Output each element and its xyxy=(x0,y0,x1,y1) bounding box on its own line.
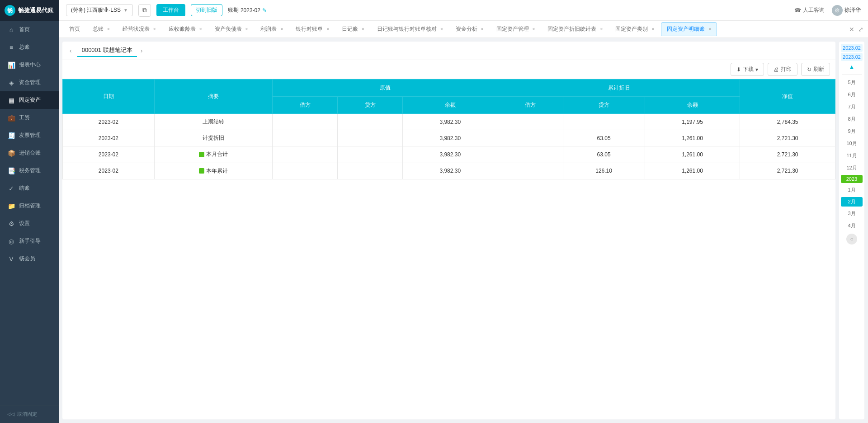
rp-month-12[interactable]: 12月 xyxy=(839,162,864,174)
tab-business-status[interactable]: 经营状况表 × xyxy=(117,22,162,36)
copy-icon: ⧉ xyxy=(142,6,147,14)
tab-fund-analysis[interactable]: 资金分析 × xyxy=(450,22,490,36)
sidebar-item-settlement[interactable]: ✓ 结账 xyxy=(0,179,59,197)
user-menu[interactable]: 徐 徐泽华 xyxy=(832,5,861,16)
cell-summary: 上期结转 xyxy=(154,114,272,130)
tab-balance-sheet[interactable]: 资产负债表 × xyxy=(209,22,254,36)
tab-close-icon[interactable]: × xyxy=(708,27,711,32)
period-edit-icon[interactable]: ✎ xyxy=(262,7,267,14)
cell-accum-debit xyxy=(498,146,563,163)
settings-icon: ⚙ xyxy=(7,220,15,227)
cell-accum-balance: 1,197.95 xyxy=(645,114,740,130)
subtab-prev-btn[interactable]: ‹ xyxy=(68,46,74,55)
tab-close-icon[interactable]: × xyxy=(651,27,654,32)
rp-month-8[interactable]: 8月 xyxy=(839,113,864,125)
tab-close-icon[interactable]: × xyxy=(362,27,364,32)
tab-ar-aging[interactable]: 应收账龄表 × xyxy=(163,22,208,36)
rp-date-top-1[interactable]: 2023.02 xyxy=(841,44,863,52)
tab-journal-bank-reconcile[interactable]: 日记账与银行对账单核对 × xyxy=(371,22,449,36)
sidebar-item-archive[interactable]: 📁 归档管理 xyxy=(0,197,59,215)
tab-profit[interactable]: 利润表 × xyxy=(255,22,289,36)
subtab-item-asset[interactable]: 000001 联想笔记本 xyxy=(77,44,137,57)
sidebar-item-sales[interactable]: 📦 进销台账 xyxy=(0,144,59,162)
rp-scroll-up[interactable]: ▲ xyxy=(847,61,857,72)
tab-fixed-assets-detail[interactable]: 固定资产明细账 × xyxy=(661,22,717,36)
sidebar-item-settings[interactable]: ⚙ 设置 xyxy=(0,215,59,232)
rp-month-3[interactable]: 3月 xyxy=(839,207,864,220)
tab-close-icon[interactable]: × xyxy=(153,27,156,32)
sidebar-item-salary[interactable]: 💼 工资 xyxy=(0,109,59,127)
sidebar-item-tax[interactable]: 📑 税务管理 xyxy=(0,162,59,179)
tab-home[interactable]: 首页 xyxy=(63,22,86,36)
customer-service[interactable]: ☎ 人工客询 xyxy=(794,6,825,14)
rp-month-7[interactable]: 7月 xyxy=(839,101,864,113)
table-row[interactable]: 2023-02 本年累计 3,982.30 126.10 1,261.00 2,… xyxy=(63,163,835,179)
rp-month-1[interactable]: 1月 xyxy=(839,184,864,196)
col-accum-credit: 贷方 xyxy=(563,97,645,114)
cell-accum-balance: 1,261.00 xyxy=(645,146,740,163)
sidebar-item-general-ledger[interactable]: ≡ 总账 xyxy=(0,38,59,56)
table-row[interactable]: 2023-02 计提折旧 3,982.30 63.05 1,261.00 2,7… xyxy=(63,130,835,146)
tab-close-icon[interactable]: × xyxy=(326,27,329,32)
sidebar-item-member[interactable]: V 畅会员 xyxy=(0,250,59,268)
rp-year-2023[interactable]: 2023 xyxy=(841,175,863,183)
tab-close-icon[interactable]: × xyxy=(245,27,248,32)
tab-fixed-assets-mgmt[interactable]: 固定资产管理 × xyxy=(491,22,541,36)
table-row[interactable]: 2023-02 本月合计 3,982.30 63.05 1,261.00 2,7… xyxy=(63,146,835,163)
sidebar-unpin[interactable]: ◁◁ 取消固定 xyxy=(0,405,59,423)
tab-fixed-assets-category[interactable]: 固定资产类别 × xyxy=(609,22,660,36)
sidebar-item-guide[interactable]: ◎ 新手引导 xyxy=(0,232,59,250)
subtab-next-btn[interactable]: › xyxy=(141,47,143,54)
workbench-button[interactable]: 工作台 xyxy=(156,4,185,16)
close-all-tabs-icon[interactable]: ✕ xyxy=(849,26,854,33)
cell-accum-credit: 126.10 xyxy=(563,163,645,179)
tab-close-icon[interactable]: × xyxy=(600,27,603,32)
print-button[interactable]: 🖨 打印 xyxy=(768,63,797,76)
tab-close-icon[interactable]: × xyxy=(481,27,484,32)
col-date: 日期 xyxy=(63,80,155,114)
sidebar-item-reports[interactable]: 📊 报表中心 xyxy=(0,56,59,74)
home-icon: ⌂ xyxy=(7,26,15,33)
tab-close-icon[interactable]: × xyxy=(199,27,202,32)
sidebar-item-home[interactable]: ⌂ 首页 xyxy=(0,21,59,38)
cell-orig-balance: 3,982.30 xyxy=(402,114,498,130)
period-label: 账期 xyxy=(228,6,239,14)
table-row[interactable]: 2023-02 上期结转 3,982.30 1,197.95 2,784.35 xyxy=(63,114,835,130)
rp-month-2[interactable]: 2月 xyxy=(841,197,863,207)
sidebar-item-funds[interactable]: ◈ 资金管理 xyxy=(0,74,59,91)
salary-icon: 💼 xyxy=(7,114,15,122)
unpin-label: 取消固定 xyxy=(17,411,37,418)
rp-month-6[interactable]: 6月 xyxy=(839,89,864,101)
company-selector[interactable]: (劳务) 江西服业-LSS ▼ xyxy=(66,4,133,16)
copy-icon-button[interactable]: ⧉ xyxy=(138,4,151,17)
subtab-bar: ‹ 000001 联想笔记本 › xyxy=(62,42,835,60)
tab-label: 固定资产类别 xyxy=(615,25,648,33)
tab-depreciation-stats[interactable]: 固定资产折旧统计表 × xyxy=(542,22,609,36)
cell-accum-balance: 1,261.00 xyxy=(645,163,740,179)
tab-label: 固定资产明细账 xyxy=(667,25,705,33)
expand-tabs-icon[interactable]: ⤢ xyxy=(858,26,863,33)
tab-journal[interactable]: 日记账 × xyxy=(336,22,370,36)
cell-orig-debit xyxy=(273,146,338,163)
switch-version-button[interactable]: 切到旧版 xyxy=(191,4,222,16)
tab-close-icon[interactable]: × xyxy=(440,27,443,32)
download-button[interactable]: ⬇ 下载 ▾ xyxy=(731,63,764,76)
cell-orig-credit xyxy=(338,146,403,163)
sidebar-item-fixed-assets[interactable]: ▦ 固定资产 xyxy=(0,91,59,109)
rp-scroll-down[interactable]: ○ xyxy=(846,234,857,244)
rp-month-11[interactable]: 11月 xyxy=(839,150,864,162)
rp-month-4[interactable]: 4月 xyxy=(839,220,864,232)
tab-bank-statement[interactable]: 银行对账单 × xyxy=(290,22,335,36)
tab-close-icon[interactable]: × xyxy=(107,27,110,32)
rp-month-10[interactable]: 10月 xyxy=(839,137,864,150)
tab-general-ledger[interactable]: 总账 × xyxy=(87,22,116,36)
cell-orig-debit xyxy=(273,114,338,130)
rp-month-9[interactable]: 9月 xyxy=(839,125,864,137)
tab-close-icon[interactable]: × xyxy=(533,27,535,32)
right-panel: 2023.02 2023.02 ▲ 5月 6月 7月 8月 9月 10月 11月… xyxy=(839,42,864,419)
rp-month-5[interactable]: 5月 xyxy=(839,76,864,89)
tab-close-icon[interactable]: × xyxy=(280,27,283,32)
refresh-button[interactable]: ↻ 刷新 xyxy=(801,63,830,76)
sidebar-item-invoice[interactable]: 🧾 发票管理 xyxy=(0,127,59,144)
rp-date-top-2[interactable]: 2023.02 xyxy=(841,53,863,61)
